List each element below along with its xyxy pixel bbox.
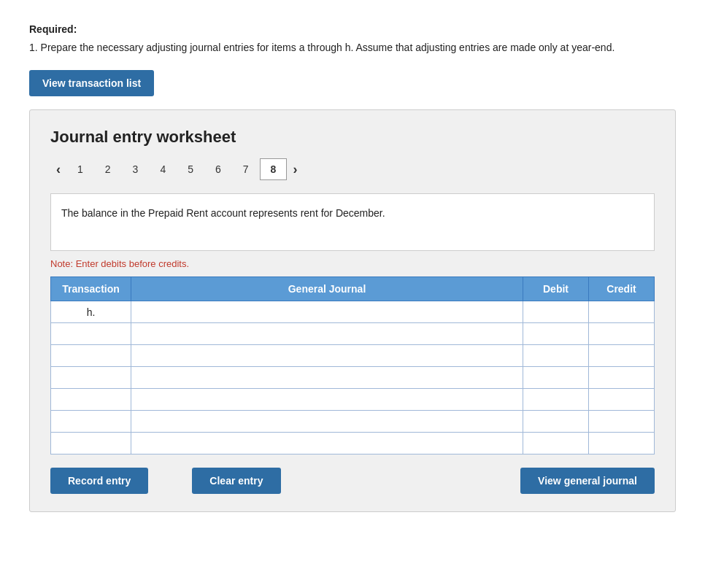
description-text: The balance in the Prepaid Rent account …	[61, 207, 385, 219]
input-credit-4[interactable]	[592, 390, 651, 409]
view-transactions-button[interactable]: View transaction list	[29, 70, 154, 96]
cell-transaction-4	[51, 389, 131, 411]
cell-debit-2[interactable]	[523, 345, 589, 367]
input-journal-4[interactable]	[134, 390, 520, 409]
input-debit-2[interactable]	[526, 347, 585, 365]
button-row: Record entry Clear entry View general jo…	[50, 468, 655, 494]
col-header-debit: Debit	[523, 277, 589, 301]
input-journal-3[interactable]	[134, 368, 520, 387]
description-box: The balance in the Prepaid Rent account …	[50, 193, 655, 251]
cell-credit-0[interactable]	[589, 301, 655, 323]
cell-journal-1[interactable]	[131, 323, 523, 345]
col-header-credit: Credit	[589, 277, 655, 301]
cell-journal-3[interactable]	[131, 367, 523, 389]
cell-credit-4[interactable]	[589, 389, 655, 411]
cell-transaction-1	[51, 323, 131, 345]
input-debit-5[interactable]	[526, 412, 585, 430]
input-credit-0[interactable]	[592, 303, 651, 321]
tab-navigation: ‹ 1 2 3 4 5 6 7 8 ›	[50, 158, 655, 180]
input-journal-2[interactable]	[134, 347, 520, 365]
cell-debit-5[interactable]	[523, 411, 589, 433]
cell-credit-2[interactable]	[589, 345, 655, 367]
tab-7[interactable]: 7	[232, 158, 260, 180]
cell-journal-0[interactable]	[131, 301, 523, 323]
table-row	[51, 345, 655, 367]
table-row	[51, 433, 655, 454]
input-debit-6[interactable]	[526, 434, 585, 452]
clear-entry-button[interactable]: Clear entry	[192, 468, 280, 494]
note-text: Note: Enter debits before credits.	[50, 258, 655, 269]
journal-table: Transaction General Journal Debit Credit…	[50, 276, 655, 454]
cell-credit-5[interactable]	[589, 411, 655, 433]
tab-4[interactable]: 4	[149, 158, 177, 180]
cell-transaction-2	[51, 345, 131, 367]
col-header-journal: General Journal	[131, 277, 523, 301]
input-credit-5[interactable]	[592, 412, 651, 430]
input-journal-5[interactable]	[134, 412, 520, 430]
input-journal-6[interactable]	[134, 434, 520, 452]
cell-transaction-0: h.	[51, 301, 131, 323]
input-debit-3[interactable]	[526, 368, 585, 387]
cell-journal-6[interactable]	[131, 433, 523, 454]
cell-debit-3[interactable]	[523, 367, 589, 389]
input-credit-3[interactable]	[592, 368, 651, 387]
btn-group-left: Record entry Clear entry	[50, 468, 281, 494]
cell-journal-2[interactable]	[131, 345, 523, 367]
table-row	[51, 411, 655, 433]
cell-credit-1[interactable]	[589, 323, 655, 345]
tab-8[interactable]: 8	[260, 158, 288, 180]
input-journal-0[interactable]	[134, 303, 520, 321]
input-debit-1[interactable]	[526, 325, 585, 343]
worksheet-title: Journal entry worksheet	[50, 128, 655, 147]
cell-transaction-6	[51, 433, 131, 454]
table-row	[51, 389, 655, 411]
tab-1[interactable]: 1	[66, 158, 94, 180]
cell-debit-6[interactable]	[523, 433, 589, 454]
cell-transaction-5	[51, 411, 131, 433]
cell-journal-5[interactable]	[131, 411, 523, 433]
input-journal-1[interactable]	[134, 325, 520, 343]
cell-debit-0[interactable]	[523, 301, 589, 323]
tab-6[interactable]: 6	[204, 158, 232, 180]
required-section: Required: 1. Prepare the necessary adjus…	[29, 22, 676, 55]
table-row	[51, 367, 655, 389]
input-debit-4[interactable]	[526, 390, 585, 409]
input-debit-0[interactable]	[526, 303, 585, 321]
required-instruction: 1. Prepare the necessary adjusting journ…	[29, 40, 676, 55]
tab-2[interactable]: 2	[94, 158, 122, 180]
record-entry-button[interactable]: Record entry	[50, 468, 148, 494]
table-row: h.	[51, 301, 655, 323]
input-credit-1[interactable]	[592, 325, 651, 343]
cell-journal-4[interactable]	[131, 389, 523, 411]
tab-prev-arrow[interactable]: ‹	[50, 159, 66, 180]
input-credit-6[interactable]	[592, 434, 651, 452]
table-row	[51, 323, 655, 345]
cell-credit-6[interactable]	[589, 433, 655, 454]
cell-transaction-3	[51, 367, 131, 389]
tab-5[interactable]: 5	[177, 158, 204, 180]
col-header-transaction: Transaction	[51, 277, 131, 301]
worksheet-container: Journal entry worksheet ‹ 1 2 3 4 5 6 7 …	[29, 109, 676, 512]
cell-debit-4[interactable]	[523, 389, 589, 411]
cell-credit-3[interactable]	[589, 367, 655, 389]
tab-3[interactable]: 3	[122, 158, 150, 180]
cell-debit-1[interactable]	[523, 323, 589, 345]
view-general-journal-button[interactable]: View general journal	[520, 468, 655, 494]
tab-next-arrow[interactable]: ›	[287, 159, 303, 180]
input-credit-2[interactable]	[592, 347, 651, 365]
required-label: Required:	[29, 22, 676, 37]
